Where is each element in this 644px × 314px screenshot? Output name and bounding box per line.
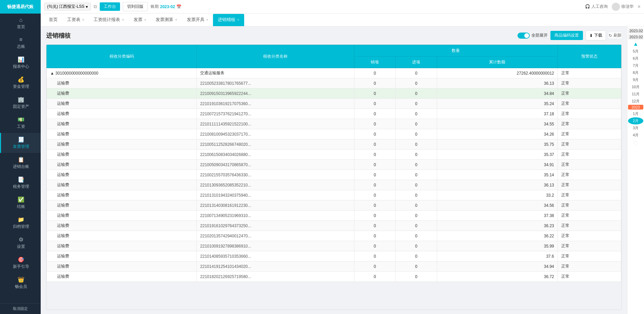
tab-salary-table[interactable]: 工资表 × bbox=[62, 14, 89, 26]
table-cell-code: 运输费 bbox=[47, 129, 197, 139]
table-cell-purchase: 0 bbox=[395, 190, 437, 200]
col-header-name: 税收分类名称 bbox=[197, 45, 354, 68]
tab-invoice[interactable]: 发票 × bbox=[129, 14, 151, 26]
table-cell-status: 正常 bbox=[558, 231, 621, 241]
col-header-purchase: 进项 bbox=[395, 57, 437, 68]
refresh-button[interactable]: ↻ 刷新 bbox=[609, 33, 622, 38]
sidebar-item-invoice[interactable]: 🧾 发票管理 bbox=[0, 133, 41, 153]
calendar-month-4[interactable]: 4月 bbox=[628, 132, 643, 139]
calendar-month-12[interactable]: 12月 bbox=[628, 98, 643, 105]
sidebar-item-settle[interactable]: ✅ 结账 bbox=[0, 193, 41, 213]
calendar-icon[interactable]: 📅 bbox=[176, 4, 181, 9]
sidebar-item-archive[interactable]: 📁 归档管理 bbox=[0, 213, 41, 233]
table-cell-purchase: 0 bbox=[395, 221, 437, 231]
toggle-label: 全部展开 bbox=[531, 33, 548, 38]
table-cell-code: 运输费 bbox=[47, 170, 197, 180]
company-selector[interactable]: (勾兑) 江西报宝-LSS ▾ bbox=[44, 3, 91, 11]
salary-icon: 💵 bbox=[18, 116, 24, 123]
topbar-right: 🎧 人工咨询 徐涟华 × bbox=[585, 3, 641, 11]
sidebar-item-home[interactable]: ⌂ 首页 bbox=[0, 14, 41, 33]
calendar-month-2[interactable]: 2月 bbox=[628, 117, 643, 124]
table-cell-cumulative: 34.91 bbox=[437, 160, 558, 170]
table-cell-invoice: 221013101943240375940... bbox=[197, 190, 354, 200]
sidebar-item-label: 进销台账 bbox=[13, 164, 29, 170]
sidebar-item-label: 税务管理 bbox=[13, 184, 29, 190]
workbench-button[interactable]: 工作台 bbox=[100, 2, 120, 11]
app-logo: 畅捷通易代账 bbox=[0, 0, 41, 14]
sidebar-item-assets[interactable]: 🏢 固定资产 bbox=[0, 93, 41, 113]
table-cell-cumulative: 36.72 bbox=[437, 272, 558, 282]
tab-label: 工资统计报表 bbox=[94, 17, 120, 23]
table-cell-code: 运输费 bbox=[47, 231, 197, 241]
sidebar-item-salary[interactable]: 💵 工资 bbox=[0, 113, 41, 133]
customer-service[interactable]: 🎧 人工咨询 bbox=[585, 4, 607, 9]
table-cell-purchase: 0 bbox=[395, 211, 437, 221]
table-cell-purchase: 0 bbox=[395, 139, 437, 150]
tab-close-icon[interactable]: × bbox=[175, 18, 177, 22]
sales-icon: 📋 bbox=[18, 156, 24, 163]
expand-toggle[interactable]: 全部展开 bbox=[518, 33, 548, 39]
tab-invoice-open[interactable]: 发票开具 × bbox=[182, 14, 213, 26]
table-cell-sales: 0 bbox=[354, 129, 395, 139]
sidebar-item-label: 畅会员 bbox=[15, 284, 27, 290]
close-button[interactable]: × bbox=[638, 4, 641, 10]
calendar-month-10[interactable]: 10月 bbox=[628, 83, 643, 91]
product-settings-button[interactable]: 商品编码设置 bbox=[550, 31, 583, 40]
tab-salary-report[interactable]: 工资统计报表 × bbox=[89, 14, 129, 26]
calendar-month-3[interactable]: 3月 bbox=[628, 124, 643, 132]
table-cell-cumulative: 34.84 bbox=[437, 89, 558, 99]
table-cell-invoice: 221002155703576436330... bbox=[197, 170, 354, 180]
calendar-month-11[interactable]: 11月 bbox=[628, 91, 643, 98]
calendar-month-9[interactable]: 9月 bbox=[628, 76, 643, 83]
tab-close-icon[interactable]: × bbox=[82, 18, 84, 22]
sidebar: 畅捷通易代账 ⌂ 首页 ≡ 总账 📊 报表中心 💰 资金管理 🏢 固定资产 💵 … bbox=[0, 0, 41, 314]
settings-icon: ⚙ bbox=[19, 236, 23, 243]
table-cell-purchase: 0 bbox=[395, 261, 437, 272]
table-cell-invoice: 221019103619217075360... bbox=[197, 99, 354, 109]
download-button[interactable]: ⬇ 下载 bbox=[586, 31, 606, 40]
sidebar-item-settings[interactable]: ⚙ 设置 bbox=[0, 233, 41, 253]
sidebar-item-tax[interactable]: 📑 税务管理 bbox=[0, 173, 41, 193]
toggle-switch[interactable] bbox=[518, 33, 530, 39]
tab-close-icon[interactable]: × bbox=[206, 18, 208, 22]
calendar-month-5[interactable]: 5月 bbox=[628, 48, 643, 55]
user-info[interactable]: 徐涟华 bbox=[612, 3, 633, 11]
table-cell-status: 正常 bbox=[558, 89, 621, 99]
unpin-label: 取消固定 bbox=[13, 306, 28, 311]
sidebar-item-sales[interactable]: 📋 进销台账 bbox=[0, 153, 41, 173]
table-cell-invoice: 221014191254101434020... bbox=[197, 261, 354, 272]
col-header-status: 预警状态 bbox=[558, 45, 621, 68]
tab-invoice-calc[interactable]: 发票测算 × bbox=[151, 14, 182, 26]
tab-label: 发票开具 bbox=[187, 17, 204, 23]
table-cell-purchase: 0 bbox=[395, 99, 437, 109]
copy-icon[interactable]: ⧉ bbox=[94, 4, 97, 9]
tab-close-icon[interactable]: × bbox=[122, 18, 124, 22]
switch-version-button[interactable]: 切到旧版 bbox=[123, 2, 148, 11]
sidebar-item-guide[interactable]: 🎯 新手引导 bbox=[0, 253, 41, 273]
table-cell-status: 正常 bbox=[558, 221, 621, 231]
table-cell-status: 正常 bbox=[558, 119, 621, 129]
unpin-button[interactable]: 取消固定 bbox=[0, 303, 41, 314]
calendar-month-7[interactable]: 7月 bbox=[628, 62, 643, 69]
sidebar-item-funds[interactable]: 💰 资金管理 bbox=[0, 73, 41, 93]
sidebar-item-member[interactable]: 👑 畅会员 bbox=[0, 273, 41, 293]
calendar-month-6[interactable]: 6月 bbox=[628, 55, 643, 62]
sidebar-item-reports[interactable]: 📊 报表中心 bbox=[0, 53, 41, 73]
sidebar-item-ledger[interactable]: ≡ 总账 bbox=[0, 33, 41, 53]
sidebar-item-label: 发票管理 bbox=[13, 144, 29, 150]
content-area: 进销稽核 全部展开 商品编码设置 ⬇ 下载 ↻ 刷新 bbox=[41, 26, 627, 314]
calendar-up-arrow[interactable]: ▲ bbox=[632, 40, 639, 48]
table-cell-code: 运输费 bbox=[47, 272, 197, 282]
calendar-month-8[interactable]: 8月 bbox=[628, 69, 643, 76]
chevron-down-icon: ▾ bbox=[86, 4, 88, 9]
tab-home[interactable]: 首页 bbox=[44, 14, 62, 26]
data-table: 税收分类编码 税收分类名称 数量 预警状态 销项 进项 累计数额 ▲ 3 bbox=[46, 45, 621, 282]
table-cell-purchase: 0 bbox=[395, 231, 437, 241]
calendar-month-1[interactable]: 1月 bbox=[628, 110, 643, 117]
col-header-sales: 销项 bbox=[354, 57, 395, 68]
sidebar-item-label: 结账 bbox=[17, 204, 25, 210]
tab-close-icon[interactable]: × bbox=[237, 18, 239, 22]
tab-sales-check[interactable]: 进销稽核 × bbox=[213, 14, 244, 26]
tab-close-icon[interactable]: × bbox=[144, 18, 146, 22]
table-cell-status: 正常 bbox=[558, 211, 621, 221]
